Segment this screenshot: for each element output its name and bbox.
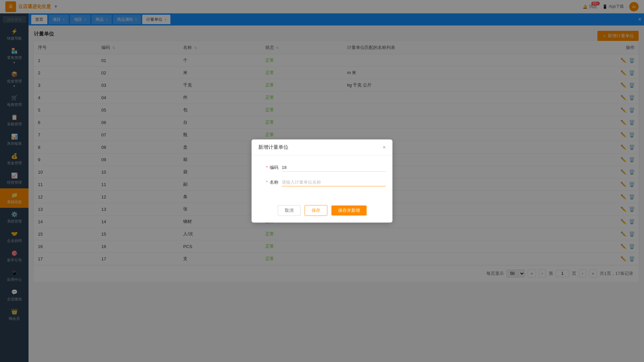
- form-item-name: * 名称: [258, 178, 386, 186]
- save-and-new-button[interactable]: 保存并新增: [331, 205, 367, 216]
- modal-footer: 取消 保存 保存并新增: [252, 201, 392, 223]
- modal-close-button[interactable]: ×: [383, 144, 386, 150]
- form-label-name: * 名称: [258, 179, 282, 185]
- required-mark-code: *: [266, 165, 268, 170]
- modal-body: * 编码 * 名称: [252, 156, 392, 201]
- form-item-code: * 编码: [258, 164, 386, 172]
- name-input[interactable]: [282, 178, 386, 186]
- save-button[interactable]: 保存: [305, 205, 327, 216]
- modal-title: 新增计量单位: [258, 144, 288, 150]
- modal-header: 新增计量单位 ×: [252, 139, 392, 156]
- modal-overlay: 新增计量单位 × * 编码 * 名称 取消 保存 保存并新增: [0, 0, 644, 362]
- cancel-button[interactable]: 取消: [278, 205, 301, 216]
- code-input[interactable]: [282, 164, 386, 172]
- form-label-code: * 编码: [258, 165, 282, 171]
- add-unit-modal: 新增计量单位 × * 编码 * 名称 取消 保存 保存并新增: [252, 139, 392, 223]
- required-mark-name: *: [266, 180, 268, 185]
